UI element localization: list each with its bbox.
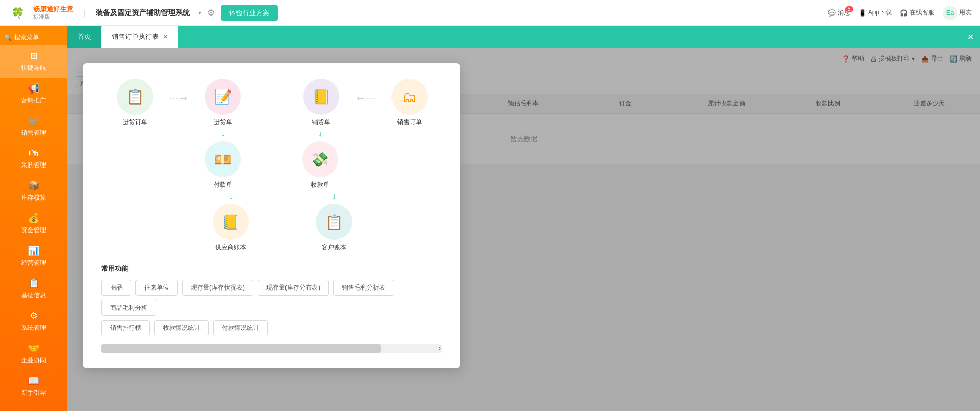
search-icon: 🔍 (4, 34, 12, 41)
enterprise-icon: 🤝 (28, 343, 39, 354)
online-service-label: 在线客服 (910, 8, 934, 17)
receipt-circle: 💸 (302, 141, 338, 177)
customer-ledger-label: 客户账本 (322, 243, 346, 252)
sidebar: 🔍 搜索菜单 ⊞ 快捷导航 📢 营销推广 🛒 销售管理 🛍 采购管理 📦 (0, 26, 67, 411)
func-btn-sales-rank[interactable]: 销售排行榜 (101, 320, 150, 336)
sales-icon: 🛒 (28, 115, 39, 127)
tab-close-icon[interactable]: ✕ (163, 33, 168, 40)
page-content: ❓ 帮助 🖨 按模板打印 ▾ 📤 导出 🔄 刷新 (67, 48, 980, 411)
user-menu[interactable]: Ea 用友 (943, 6, 972, 20)
common-functions: 常用功能 商品 往来单位 现存量(库存状况表) 现存量(库存分布表) 销售毛利分… (101, 264, 442, 336)
basic-icon: 📋 (28, 278, 39, 289)
common-functions-title: 常用功能 (101, 264, 442, 273)
sidebar-item-label: 库存核算 (21, 193, 46, 202)
func-buttons-row2: 销售排行榜 收款情况统计 付款情况统计 (101, 320, 442, 336)
app-download-label: App下载 (868, 8, 892, 17)
app-download-btn[interactable]: 📱 App下载 (858, 8, 892, 17)
sidebar-item-label: 资金管理 (21, 226, 46, 235)
flow-item-payment: 💴 付款单 (189, 141, 257, 189)
sidebar-item-inventory[interactable]: 📦 库存核算 (0, 175, 67, 207)
flow-item-customer-ledger: 📋 客户账本 (300, 204, 368, 252)
finance-icon: 💰 (28, 212, 39, 224)
flow-col-3: 📒 销货单 (288, 79, 355, 127)
settings-icon[interactable]: ⚙ (207, 8, 215, 18)
purchase-bill-circle: 📝 (205, 79, 241, 115)
operations-icon: 📊 (28, 245, 39, 256)
message-badge: 5 (845, 6, 853, 12)
content-area: 首页 销售订单执行表 ✕ ✕ ❓ 帮助 🖨 (67, 26, 980, 411)
scroll-right-arrow[interactable]: › (439, 344, 441, 353)
sales-order-circle: 🗂 (391, 79, 428, 115)
arrow-h-1: ···→ (169, 92, 189, 114)
customer-ledger-circle: 📋 (316, 204, 352, 240)
flow-col-supplier: 📒 供应商账本 (194, 204, 267, 252)
func-btn-partners[interactable]: 往来单位 (135, 280, 178, 296)
arrow-h-2: ←··· (355, 92, 375, 114)
avatar: Ea (943, 6, 957, 20)
sidebar-item-newbie[interactable]: 📖 新手引导 (0, 370, 67, 403)
flow-item-sales-bill: 📒 销货单 (288, 79, 355, 127)
sidebar-item-sales[interactable]: 🛒 销售管理 (0, 110, 67, 143)
main-area: 🔍 搜索菜单 ⊞ 快捷导航 📢 营销推广 🛒 销售管理 🛍 采购管理 📦 (0, 26, 980, 411)
scroll-area[interactable]: › (101, 344, 442, 353)
flow-section: 📋 进货订单 ···→ (101, 79, 442, 252)
message-btn[interactable]: 💬 消息 5 (828, 8, 850, 17)
flow-item-purchase-order: 📋 进货订单 (101, 79, 169, 127)
tab-sales-order[interactable]: 销售订单执行表 ✕ (101, 26, 178, 48)
func-btn-product[interactable]: 商品 (101, 280, 131, 296)
tab-bar-close-icon[interactable]: ✕ (967, 32, 974, 42)
message-icon: 💬 (828, 9, 836, 17)
flow-item-purchase-bill: 📝 进货单 (189, 79, 257, 127)
sidebar-item-enterprise[interactable]: 🤝 企业协同 (0, 338, 67, 370)
logo-icon: 🍀 (8, 4, 27, 22)
dropdown-arrow-icon[interactable]: ▾ (198, 9, 201, 17)
purchase-order-label: 进货订单 (123, 118, 147, 127)
app-container: 🍀 畅康通好生意 标准版 | 装备及固定资产辅助管理系统 ▾ ⚙ 体验行业方案 … (0, 0, 980, 411)
sales-bill-label: 销货单 (312, 118, 330, 127)
sub-logo: 标准版 (33, 13, 73, 20)
top-bar: 🍀 畅康通好生意 标准版 | 装备及固定资产辅助管理系统 ▾ ⚙ 体验行业方案 … (0, 0, 980, 26)
func-btn-sales-profit[interactable]: 销售毛利分析表 (333, 280, 394, 296)
arrow-down-4: ↓ (298, 192, 370, 201)
search-menu[interactable]: 🔍 搜索菜单 (0, 30, 67, 45)
flow-item-sales-order: 🗂 销售订单 (376, 79, 443, 127)
marketing-icon: 📢 (28, 83, 39, 94)
sidebar-item-finance[interactable]: 💰 资金管理 (0, 207, 67, 240)
payment-label: 付款单 (214, 180, 232, 189)
func-btn-payment-stats[interactable]: 付款情况统计 (213, 320, 268, 336)
try-button[interactable]: 体验行业方案 (221, 5, 278, 21)
supplier-ledger-label: 供应商账本 (215, 243, 246, 252)
sidebar-item-basic[interactable]: 📋 基础信息 (0, 272, 67, 305)
sidebar-item-marketing[interactable]: 📢 营销推广 (0, 78, 67, 110)
receipt-label: 收款单 (311, 180, 329, 189)
sidebar-item-operations[interactable]: 📊 经营管理 (0, 240, 67, 272)
headset-icon: 🎧 (900, 9, 908, 17)
flow-col-4: 🗂 销售订单 (376, 79, 443, 127)
download-icon: 📱 (858, 9, 866, 17)
func-btn-stock-dist[interactable]: 现存量(库存分布表) (258, 280, 329, 296)
sidebar-item-label: 系统管理 (21, 324, 46, 332)
sidebar-item-label: 新手引导 (21, 389, 46, 398)
logo-text: 畅康通好生意 (33, 5, 73, 13)
purchase-icon: 🛍 (29, 148, 38, 159)
func-btn-stock-status[interactable]: 现存量(库存状况表) (182, 280, 253, 296)
newbie-icon: 📖 (28, 375, 39, 387)
supplier-ledger-circle: 📒 (213, 204, 249, 240)
sidebar-item-system[interactable]: ⚙ 系统管理 (0, 305, 67, 338)
online-service-btn[interactable]: 🎧 在线客服 (900, 8, 934, 17)
sidebar-item-label: 快捷导航 (21, 64, 46, 72)
quick-nav-icon: ⊞ (30, 50, 38, 62)
sidebar-item-label: 企业协同 (21, 356, 46, 365)
tab-home[interactable]: 首页 (67, 26, 101, 48)
sidebar-item-label: 采购管理 (21, 161, 46, 170)
modal-box: 📋 进货订单 ···→ (83, 63, 460, 368)
flow-col-1: 📋 进货订单 (101, 79, 169, 127)
system-title: 装备及固定资产辅助管理系统 (96, 8, 190, 18)
sidebar-item-purchase[interactable]: 🛍 采购管理 (0, 143, 67, 175)
sidebar-item-quick-nav[interactable]: ⊞ 快捷导航 (0, 45, 67, 78)
func-btn-receipt-stats[interactable]: 收款情况统计 (154, 320, 209, 336)
func-btn-product-profit[interactable]: 商品毛利分析 (101, 300, 156, 316)
sales-order-label: 销售订单 (397, 118, 422, 127)
arrow-down-1: ↓ (189, 130, 257, 138)
scroll-thumb (101, 344, 381, 353)
